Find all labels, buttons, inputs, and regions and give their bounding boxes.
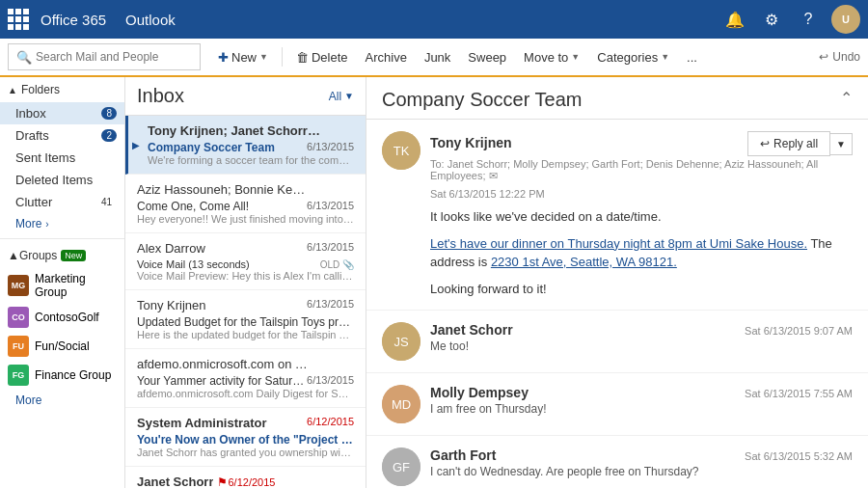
folders-header[interactable]: ▲ Folders: [0, 77, 124, 102]
message-block: GF Garth Fort Sat 6/13/2015 5:32 AM I ca…: [366, 436, 868, 488]
msg-sender-row: Janet Schorr Sat 6/13/2015 9:07 AM: [430, 322, 853, 338]
old-badge: OLD 📎: [320, 259, 354, 270]
group-item-contosogolf[interactable]: CO ContosoGolf: [0, 303, 124, 332]
email-item[interactable]: Alex Darrow6/13/2015 Voice Mail (13 seco…: [125, 233, 366, 290]
new-caret-icon: ▼: [259, 52, 268, 62]
undo-button[interactable]: ↩ Undo: [819, 50, 860, 64]
new-button[interactable]: ✚ New ▼: [210, 42, 276, 71]
categories-caret-icon: ▼: [661, 52, 669, 62]
reply-all-button[interactable]: ↩ Reply all: [747, 131, 830, 156]
group-item-funsocial[interactable]: FU Fun/Social: [0, 332, 124, 361]
group-color-fg: FG: [8, 365, 29, 386]
undo-icon: ↩: [819, 50, 828, 64]
reading-pane: Company Soccer Team ⌃ TK Tony Krijnen ↩ …: [366, 77, 868, 488]
sidebar: ▲ Folders Inbox 8 Drafts 2 Sent Items De…: [0, 77, 125, 488]
filter-button[interactable]: All ▼: [329, 90, 354, 103]
junk-button[interactable]: Junk: [417, 42, 458, 71]
message-block: TK Tony Krijnen ↩ Reply all ▼ To:: [366, 120, 868, 311]
archive-button[interactable]: Archive: [358, 42, 415, 71]
email-item[interactable]: Aziz Hassouneh; Bonnie Kearney; D...6/13…: [125, 175, 366, 233]
msg-content: Tony Krijnen ↩ Reply all ▼ To: Janet Sch…: [430, 131, 853, 298]
message-block: JS Janet Schorr Sat 6/13/2015 9:07 AM Me…: [366, 311, 868, 373]
email-list: Inbox All ▼ ▶ Tony Krijnen; Janet Schorr…: [125, 77, 366, 488]
email-item[interactable]: afdemo.onmicrosoft.com on Yammer6/13/201…: [125, 349, 366, 408]
avatar-molly: MD: [382, 385, 420, 423]
msg-sender-row: Molly Dempsey Sat 6/13/2015 7:55 AM: [430, 385, 853, 400]
svg-text:JS: JS: [393, 335, 409, 349]
more-chevron-icon: ›: [45, 219, 48, 230]
reply-btn-area: ↩ Reply all ▼: [747, 131, 853, 156]
message-block: MD Molly Dempsey Sat 6/13/2015 7:55 AM I…: [366, 373, 868, 436]
search-input[interactable]: [36, 50, 192, 64]
avatar-tony: TK: [382, 131, 420, 170]
toolbar: 🔍 ✚ New ▼ 🗑 Delete Archive Junk Sweep Mo…: [0, 39, 868, 77]
folders-chevron-icon: ▲: [8, 85, 17, 95]
app-name: Office 365: [41, 12, 106, 28]
bell-icon-btn[interactable]: 🔔: [721, 6, 748, 33]
collapse-icon[interactable]: ⌃: [840, 89, 853, 107]
group-color-fu: FU: [8, 336, 29, 357]
email-item[interactable]: Janet Schorr ⚑ 6/12/2015 Northwind Updat…: [125, 467, 366, 488]
main-layout: ▲ Folders Inbox 8 Drafts 2 Sent Items De…: [0, 77, 868, 488]
sidebar-item-sent[interactable]: Sent Items: [0, 147, 124, 169]
new-icon: ✚: [218, 50, 229, 65]
more-options-button[interactable]: ...: [679, 42, 705, 71]
svg-text:TK: TK: [393, 144, 410, 158]
address-link[interactable]: 2230 1st Ave, Seattle, WA 98121.: [491, 255, 677, 269]
product-name: Outlook: [125, 12, 176, 28]
filter-caret-icon: ▼: [344, 91, 354, 101]
msg-body: It looks like we've decided on a date/ti…: [430, 207, 853, 298]
avatar[interactable]: U: [831, 5, 860, 34]
groups-header[interactable]: ▲ Groups New: [0, 243, 124, 268]
email-arrow-icon: ▶: [132, 140, 140, 150]
reading-title: Company Soccer Team: [382, 89, 583, 111]
reading-header: Company Soccer Team ⌃: [366, 77, 868, 120]
help-icon-btn[interactable]: ?: [795, 6, 822, 33]
group-item-marketing[interactable]: MG Marketing Group: [0, 268, 124, 303]
sidebar-item-inbox[interactable]: Inbox 8: [0, 102, 124, 124]
categories-button[interactable]: Categories ▼: [589, 42, 677, 71]
move-to-button[interactable]: Move to ▼: [516, 42, 587, 71]
msg-content: Molly Dempsey Sat 6/13/2015 7:55 AM I am…: [430, 385, 853, 423]
email-items: ▶ Tony Krijnen; Janet Schorr; Molly D...…: [125, 116, 366, 488]
svg-text:GF: GF: [393, 460, 410, 474]
sidebar-divider: [0, 238, 124, 239]
msg-sender-row: Tony Krijnen ↩ Reply all ▼: [430, 131, 853, 156]
reply-icon: ↩: [760, 137, 770, 150]
sidebar-item-drafts[interactable]: Drafts 2: [0, 124, 124, 147]
group-color-mg: MG: [8, 275, 29, 296]
email-list-header: Inbox All ▼: [125, 77, 366, 116]
move-to-caret-icon: ▼: [571, 52, 580, 62]
top-bar: Office 365 Outlook 🔔 ⚙ ? U: [0, 0, 868, 39]
delete-icon: 🗑: [296, 50, 309, 65]
group-color-co: CO: [8, 307, 29, 328]
reply-caret-button[interactable]: ▼: [830, 133, 853, 155]
groups-more-link[interactable]: More: [0, 390, 124, 411]
delete-button[interactable]: 🗑 Delete: [288, 42, 356, 71]
msg-content: Janet Schorr Sat 6/13/2015 9:07 AM Me to…: [430, 322, 853, 361]
toolbar-divider: [282, 47, 283, 67]
gear-icon-btn[interactable]: ⚙: [758, 6, 785, 33]
email-item[interactable]: System Administrator6/12/2015 You're Now…: [125, 408, 366, 467]
reply-caret-icon: ▼: [836, 139, 846, 149]
search-icon: 🔍: [16, 50, 32, 65]
avatar-garth: GF: [382, 447, 420, 486]
svg-text:MD: MD: [392, 397, 411, 412]
msg-sender-row: Garth Fort Sat 6/13/2015 5:32 AM: [430, 447, 853, 463]
flag-icon: ⚑: [217, 475, 228, 489]
sidebar-item-clutter[interactable]: Clutter 41: [0, 191, 124, 213]
folders-more-link[interactable]: More ›: [0, 213, 124, 234]
top-icons: 🔔 ⚙ ? U: [721, 5, 860, 34]
group-item-finance[interactable]: FG Finance Group: [0, 361, 124, 390]
waffle-icon[interactable]: [8, 9, 29, 30]
avatar-janet: JS: [382, 322, 420, 361]
email-item[interactable]: ▶ Tony Krijnen; Janet Schorr; Molly D...…: [125, 116, 366, 175]
msg-content: Garth Fort Sat 6/13/2015 5:32 AM I can't…: [430, 447, 853, 486]
sweep-button[interactable]: Sweep: [460, 42, 514, 71]
sidebar-item-deleted[interactable]: Deleted Items: [0, 169, 124, 191]
email-item[interactable]: Tony Krijnen6/13/2015 Updated Budget for…: [125, 290, 366, 349]
groups-chevron-icon: ▲: [8, 249, 19, 262]
search-box[interactable]: 🔍: [8, 43, 201, 70]
dinner-link[interactable]: Let's have our dinner on Thursday night …: [430, 236, 807, 251]
